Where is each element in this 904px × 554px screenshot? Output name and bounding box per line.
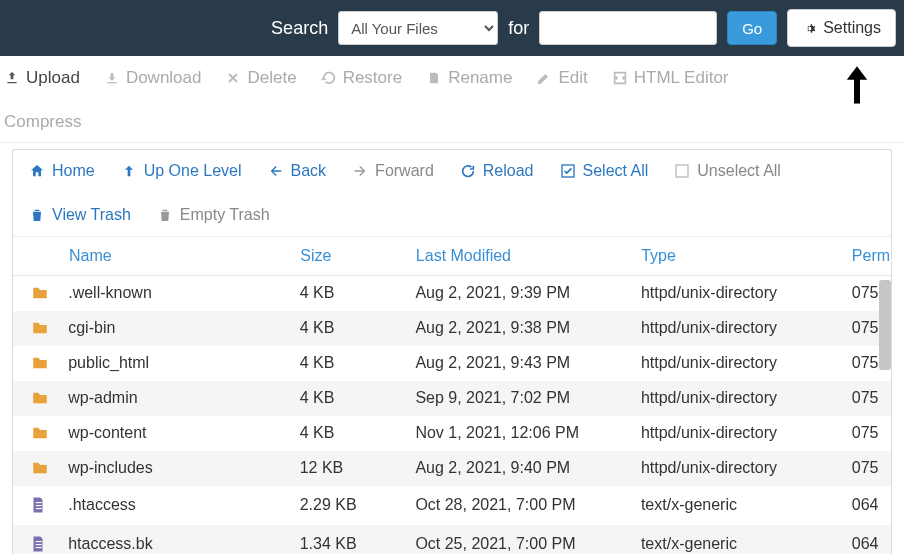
- row-size: 4 KB: [300, 284, 416, 302]
- row-type: httpd/unix-directory: [641, 459, 852, 477]
- row-name: htaccess.bk: [68, 535, 299, 553]
- row-type: httpd/unix-directory: [641, 424, 852, 442]
- home-icon: [29, 163, 45, 179]
- row-icon: [29, 533, 68, 554]
- upload-button[interactable]: Upload: [4, 68, 80, 88]
- download-icon: [104, 70, 120, 86]
- table-row[interactable]: .well-known4 KBAug 2, 2021, 9:39 PMhttpd…: [13, 276, 891, 311]
- back-button[interactable]: Back: [268, 162, 327, 180]
- file-icon: [29, 494, 47, 516]
- row-type: httpd/unix-directory: [641, 354, 852, 372]
- empty-trash-button[interactable]: Empty Trash: [157, 206, 270, 224]
- trash-icon: [29, 207, 45, 223]
- row-size: 4 KB: [300, 319, 416, 337]
- html-editor-button[interactable]: HTML Editor: [612, 68, 729, 88]
- row-modified: Aug 2, 2021, 9:40 PM: [415, 459, 641, 477]
- back-arrow-icon: [268, 163, 284, 179]
- row-name: wp-includes: [68, 459, 299, 477]
- go-button[interactable]: Go: [727, 11, 777, 45]
- row-size: 1.34 KB: [300, 535, 416, 553]
- row-icon: [29, 494, 68, 516]
- row-perm: 075: [852, 459, 891, 477]
- view-trash-button[interactable]: View Trash: [29, 206, 131, 224]
- col-perm[interactable]: Perm: [852, 247, 891, 265]
- forward-arrow-icon: [352, 163, 368, 179]
- table-row[interactable]: .htaccess2.29 KBOct 28, 2021, 7:00 PMtex…: [13, 486, 891, 525]
- folder-icon: [29, 319, 51, 337]
- html-editor-icon: [612, 70, 628, 86]
- action-toolbar: Upload Download Delete Restore Rename Ed…: [0, 56, 904, 143]
- col-type[interactable]: Type: [641, 247, 852, 265]
- folder-icon: [29, 284, 51, 302]
- row-icon: [29, 424, 68, 442]
- delete-icon: [225, 70, 241, 86]
- search-label: Search: [271, 18, 328, 39]
- up-arrow-icon: [121, 163, 137, 179]
- select-all-button[interactable]: Select All: [560, 162, 649, 180]
- unselect-all-button[interactable]: Unselect All: [674, 162, 781, 180]
- home-button[interactable]: Home: [29, 162, 95, 180]
- folder-icon: [29, 389, 51, 407]
- table-row[interactable]: wp-admin4 KBSep 9, 2021, 7:02 PMhttpd/un…: [13, 381, 891, 416]
- row-modified: Oct 28, 2021, 7:00 PM: [415, 496, 641, 514]
- row-type: httpd/unix-directory: [641, 319, 852, 337]
- svg-rect-1: [676, 165, 688, 177]
- delete-button[interactable]: Delete: [225, 68, 296, 88]
- svg-rect-4: [36, 508, 42, 509]
- row-size: 2.29 KB: [300, 496, 416, 514]
- row-size: 4 KB: [300, 424, 416, 442]
- svg-rect-3: [36, 505, 42, 506]
- download-button[interactable]: Download: [104, 68, 202, 88]
- row-name: .htaccess: [68, 496, 299, 514]
- reload-button[interactable]: Reload: [460, 162, 534, 180]
- forward-button[interactable]: Forward: [352, 162, 434, 180]
- col-size[interactable]: Size: [300, 247, 416, 265]
- upload-icon: [4, 70, 20, 86]
- restore-button[interactable]: Restore: [321, 68, 403, 88]
- edit-button[interactable]: Edit: [536, 68, 587, 88]
- table-body: .well-known4 KBAug 2, 2021, 9:39 PMhttpd…: [13, 276, 891, 554]
- svg-rect-5: [36, 541, 42, 542]
- search-scope-select[interactable]: All Your Files: [338, 11, 498, 45]
- trash-icon: [157, 207, 173, 223]
- table-row[interactable]: wp-content4 KBNov 1, 2021, 12:06 PMhttpd…: [13, 416, 891, 451]
- row-modified: Oct 25, 2021, 7:00 PM: [415, 535, 641, 553]
- row-name: .well-known: [68, 284, 299, 302]
- svg-rect-7: [36, 547, 42, 548]
- up-one-level-button[interactable]: Up One Level: [121, 162, 242, 180]
- reload-icon: [460, 163, 476, 179]
- col-name[interactable]: Name: [69, 247, 300, 265]
- search-input[interactable]: [539, 11, 717, 45]
- row-size: 4 KB: [300, 354, 416, 372]
- restore-icon: [321, 70, 337, 86]
- row-type: httpd/unix-directory: [641, 389, 852, 407]
- table-row[interactable]: wp-includes12 KBAug 2, 2021, 9:40 PMhttp…: [13, 451, 891, 486]
- row-modified: Sep 9, 2021, 7:02 PM: [415, 389, 641, 407]
- table-row[interactable]: public_html4 KBAug 2, 2021, 9:43 PMhttpd…: [13, 346, 891, 381]
- row-modified: Aug 2, 2021, 9:43 PM: [415, 354, 641, 372]
- compress-button[interactable]: Compress: [4, 112, 900, 132]
- row-perm: 064: [852, 496, 891, 514]
- empty-square-icon: [674, 163, 690, 179]
- row-size: 4 KB: [300, 389, 416, 407]
- svg-rect-6: [36, 544, 42, 545]
- row-name: wp-admin: [68, 389, 299, 407]
- file-icon: [29, 533, 47, 554]
- table-row[interactable]: cgi-bin4 KBAug 2, 2021, 9:38 PMhttpd/uni…: [13, 311, 891, 346]
- nav-row: Home Up One Level Back Forward Reload Se…: [13, 150, 891, 236]
- settings-button[interactable]: Settings: [787, 9, 896, 47]
- row-icon: [29, 284, 68, 302]
- file-panel: Home Up One Level Back Forward Reload Se…: [12, 149, 892, 554]
- col-modified[interactable]: Last Modified: [416, 247, 641, 265]
- table-row[interactable]: htaccess.bk1.34 KBOct 25, 2021, 7:00 PMt…: [13, 525, 891, 554]
- row-type: httpd/unix-directory: [641, 284, 852, 302]
- row-icon: [29, 354, 68, 372]
- rename-button[interactable]: Rename: [426, 68, 512, 88]
- row-perm: 075: [852, 424, 891, 442]
- scrollbar-thumb[interactable]: [879, 280, 891, 370]
- row-name: public_html: [68, 354, 299, 372]
- row-size: 12 KB: [300, 459, 416, 477]
- row-icon: [29, 389, 68, 407]
- gear-icon: [802, 21, 817, 36]
- row-name: cgi-bin: [68, 319, 299, 337]
